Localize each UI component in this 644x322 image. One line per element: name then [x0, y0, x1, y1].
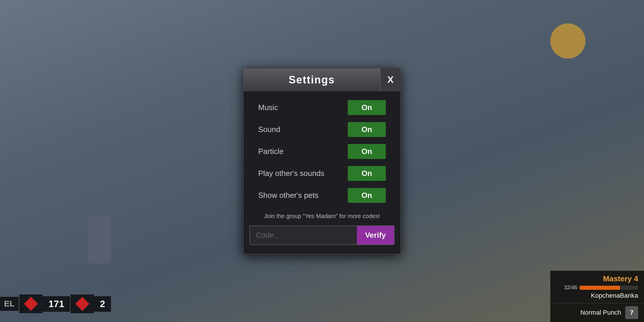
- close-button[interactable]: X: [380, 68, 400, 91]
- show-others-pets-label: Show other's pets: [258, 191, 318, 200]
- music-toggle[interactable]: On: [348, 100, 386, 115]
- code-input[interactable]: [250, 226, 357, 244]
- sound-label: Sound: [258, 125, 280, 134]
- play-others-sounds-toggle[interactable]: On: [348, 166, 386, 181]
- modal-overlay: Settings X Music On Sound On Particl: [0, 0, 644, 322]
- settings-title-bar: Settings: [244, 68, 380, 91]
- settings-row-show-others-pets: Show other's pets On: [244, 185, 400, 206]
- settings-row-music: Music On: [244, 97, 400, 118]
- settings-row-sound: Sound On: [244, 119, 400, 140]
- settings-row-play-others-sounds: Play other's sounds On: [244, 163, 400, 184]
- settings-modal: Settings X Music On Sound On Particl: [243, 68, 401, 254]
- music-label: Music: [258, 103, 278, 112]
- promo-text: Join the group "Yes Madam" for more code…: [244, 207, 400, 222]
- verify-button[interactable]: Verify: [357, 226, 394, 244]
- particle-label: Particle: [258, 147, 284, 156]
- settings-header: Settings X: [244, 68, 400, 91]
- settings-title: Settings: [251, 74, 373, 86]
- code-input-row: Verify: [249, 225, 395, 245]
- settings-row-particle: Particle On: [244, 141, 400, 162]
- play-others-sounds-label: Play other's sounds: [258, 169, 324, 178]
- particle-toggle[interactable]: On: [348, 144, 386, 159]
- show-others-pets-toggle[interactable]: On: [348, 188, 386, 203]
- sound-toggle[interactable]: On: [348, 122, 386, 137]
